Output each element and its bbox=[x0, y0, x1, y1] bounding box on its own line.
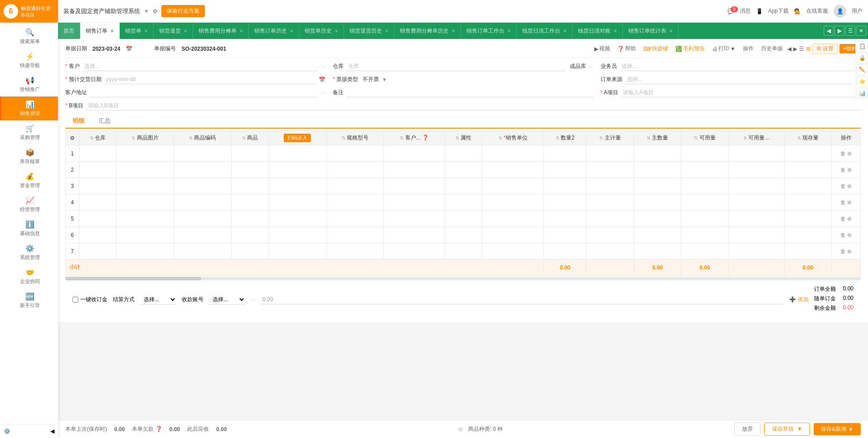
customer-input[interactable] bbox=[82, 62, 318, 71]
collapse-icon[interactable]: ◀ bbox=[50, 428, 54, 434]
tool-btn-1[interactable]: 📋 bbox=[857, 41, 868, 52]
tab-summary[interactable]: 汇总 bbox=[92, 114, 118, 129]
cell-available2[interactable] bbox=[728, 145, 784, 162]
print-btn[interactable]: 🖨 打印 ▼ bbox=[709, 44, 738, 53]
tab-cash-reconcile[interactable]: 钱货日清对账 ✕ bbox=[572, 23, 623, 39]
tab-close-icon[interactable]: ✕ bbox=[451, 29, 455, 34]
delete-icon[interactable]: 🗑 bbox=[840, 248, 846, 255]
list-view-icon[interactable]: ☰ bbox=[799, 46, 804, 52]
delete-icon[interactable]: 🗑 bbox=[840, 216, 846, 222]
tab-close-icon[interactable]: ✕ bbox=[507, 29, 511, 34]
amount-input[interactable] bbox=[261, 295, 784, 304]
cell-product[interactable] bbox=[231, 145, 268, 162]
settings-button[interactable]: ⚙ 设置 bbox=[812, 43, 838, 54]
save-draft-button[interactable]: 保存草稿 ▼ bbox=[764, 423, 810, 436]
salesman-input[interactable] bbox=[620, 62, 853, 71]
sidebar-item-inventory[interactable]: 📦 库存核算 bbox=[0, 144, 58, 168]
cell-product-code[interactable] bbox=[174, 145, 231, 162]
tool-btn-4[interactable]: ⭐ bbox=[857, 76, 868, 87]
user-label[interactable]: 用户 bbox=[852, 7, 863, 15]
tab-sales-return-history[interactable]: 销货退货历史 ✕ bbox=[344, 23, 394, 39]
tab-sales-order[interactable]: 销售订单 ✕ bbox=[80, 23, 120, 39]
sidebar-item-purchase[interactable]: 🛒 采购管理 bbox=[0, 120, 58, 144]
save-draft-arrow-icon[interactable]: ▼ bbox=[797, 426, 802, 432]
settings-gear-icon[interactable]: ⚙ bbox=[153, 8, 158, 14]
tab-sales-receipt-history[interactable]: 销货单历史 ✕ bbox=[299, 23, 344, 39]
one-click-settlement-checkbox[interactable]: 一键收订金 bbox=[73, 296, 107, 303]
table-scrollbar[interactable] bbox=[65, 277, 861, 280]
tab-next-button[interactable]: ▶ bbox=[834, 26, 844, 36]
tab-close-icon[interactable]: ✕ bbox=[563, 29, 567, 34]
address-input[interactable] bbox=[90, 88, 318, 97]
tab-close-icon[interactable]: ✕ bbox=[184, 29, 187, 34]
tab-cash-workbench[interactable]: 钱货日清工作台 ✕ bbox=[517, 23, 572, 39]
cell-customer-info[interactable] bbox=[384, 145, 445, 162]
cell-scan[interactable] bbox=[268, 145, 326, 162]
order-source-input[interactable] bbox=[625, 75, 853, 84]
warehouse-input[interactable] bbox=[346, 62, 565, 71]
cell-main-unit[interactable] bbox=[587, 145, 634, 162]
sidebar-item-marketing[interactable]: 📢 营销推广 bbox=[0, 72, 58, 96]
sidebar-item-guide[interactable]: 🆕 新手引导 bbox=[0, 289, 58, 313]
help-btn[interactable]: ❓ 帮助 bbox=[615, 44, 639, 53]
address-dots[interactable]: ··· bbox=[321, 90, 325, 96]
history-btn[interactable]: 历史单据 bbox=[758, 44, 786, 53]
tab-sales-expense-history[interactable]: 销售费用分摊单历史 ✕ bbox=[394, 23, 461, 39]
account-dots[interactable]: ··· bbox=[251, 297, 255, 303]
delete-icon[interactable]: 🗑 bbox=[840, 232, 846, 238]
tab-sales-expense[interactable]: 销售费用分摊单 ✕ bbox=[193, 23, 249, 39]
delivery-calendar-icon[interactable]: 📅 bbox=[319, 77, 325, 83]
tab-sales-stats[interactable]: 销售订单统计表 ✕ bbox=[623, 23, 679, 39]
tab-close-icon[interactable]: ✕ bbox=[110, 29, 114, 34]
cell-available[interactable] bbox=[681, 145, 728, 162]
cell-sales-unit[interactable] bbox=[482, 145, 543, 162]
copy-icon[interactable]: ⊕ bbox=[847, 167, 852, 173]
messages-icon[interactable]: 💬 9 bbox=[727, 8, 734, 14]
cell-image[interactable] bbox=[116, 145, 174, 162]
view-video-btn[interactable]: ▶ 视频 bbox=[592, 44, 613, 53]
settings-icon[interactable]: ⚙️ bbox=[4, 428, 10, 434]
tab-home[interactable]: 首页 bbox=[58, 23, 80, 39]
scroll-thumb[interactable] bbox=[65, 277, 201, 280]
copy-icon[interactable]: ⊕ bbox=[847, 232, 852, 238]
account-select[interactable]: 选择... bbox=[209, 294, 245, 305]
a-project-input[interactable] bbox=[621, 88, 861, 97]
tab-sales-workbench[interactable]: 销售订单工作台 ✕ bbox=[461, 23, 517, 39]
tab-close-icon[interactable]: ✕ bbox=[144, 29, 148, 34]
industry-plan-button[interactable]: 体验行业方案 bbox=[161, 5, 205, 17]
tool-btn-3[interactable]: ✏️ bbox=[857, 64, 868, 75]
tab-close-icon[interactable]: ✕ bbox=[669, 29, 673, 34]
operations-btn[interactable]: 操作 bbox=[740, 44, 756, 53]
profit-btn[interactable]: 💹 毛利预告 bbox=[673, 44, 708, 53]
cell-spec[interactable] bbox=[326, 145, 384, 162]
delete-icon[interactable]: 🗑 bbox=[840, 199, 846, 206]
save-new-arrow-icon[interactable]: ▼ bbox=[848, 426, 853, 433]
tab-sales-receipt[interactable]: 销货单 ✕ bbox=[120, 23, 154, 39]
tab-close-icon[interactable]: ✕ bbox=[385, 29, 388, 34]
nav-prev-icon[interactable]: ◀ bbox=[787, 46, 791, 52]
tab-close-icon[interactable]: ✕ bbox=[239, 29, 243, 34]
one-click-checkbox-input[interactable] bbox=[73, 297, 78, 303]
cell-warehouse[interactable] bbox=[79, 145, 116, 162]
sidebar-item-enterprise[interactable]: 🤝 企业协同 bbox=[0, 265, 58, 289]
app-download-label[interactable]: App下载 bbox=[768, 7, 789, 15]
copy-icon[interactable]: ⊕ bbox=[847, 248, 852, 255]
delete-icon[interactable]: 🗑 bbox=[840, 167, 846, 173]
cell-main-qty[interactable] bbox=[634, 145, 681, 162]
customer-dots[interactable]: ··· bbox=[321, 63, 325, 70]
add-payment-button[interactable]: ➕ 添加 bbox=[789, 296, 808, 303]
warehouse-dots[interactable]: ··· bbox=[589, 63, 593, 70]
b-project-input[interactable] bbox=[86, 101, 861, 111]
save-new-button[interactable]: 保存&新增 ▼ bbox=[814, 423, 861, 435]
tab-close-icon[interactable]: ✕ bbox=[335, 29, 338, 34]
copy-icon[interactable]: ⊕ bbox=[847, 183, 852, 189]
scan-input-button[interactable]: 扫码录入 bbox=[284, 134, 311, 142]
tab-close-all-button[interactable]: ✕ bbox=[856, 26, 866, 36]
cell-stock[interactable] bbox=[784, 145, 831, 162]
calendar-icon[interactable]: 📅 bbox=[126, 46, 132, 52]
tab-prev-button[interactable]: ◀ bbox=[824, 26, 834, 36]
copy-icon[interactable]: ⊕ bbox=[847, 216, 852, 222]
messages-label[interactable]: 消息 bbox=[740, 7, 751, 15]
sidebar-item-quick-nav[interactable]: ⚡ 快捷导航 bbox=[0, 48, 58, 72]
tab-close-icon[interactable]: ✕ bbox=[613, 29, 617, 34]
